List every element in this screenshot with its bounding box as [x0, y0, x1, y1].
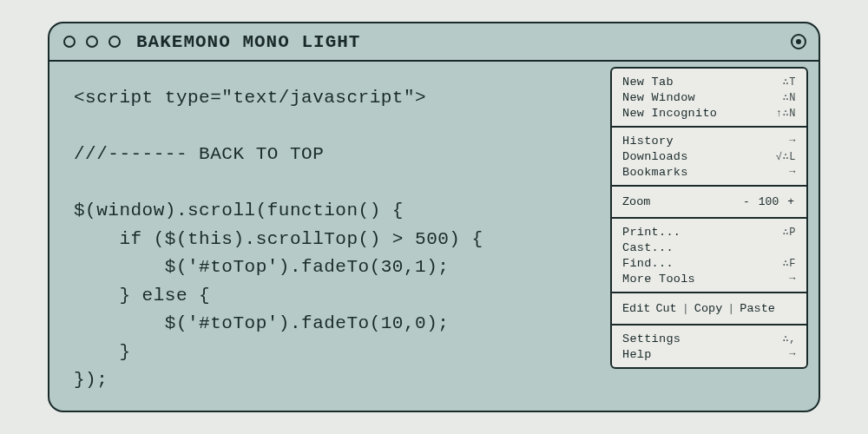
zoom-value: 100	[759, 195, 779, 208]
code-line: ///------- BACK TO TOP	[74, 144, 324, 164]
menu-label: New Incognito	[622, 107, 717, 120]
menu-shortcut: ∴P	[783, 226, 796, 239]
menu-section-tools: Print... ∴P Cast... Find... ∴F More Tool…	[612, 219, 806, 293]
menu-find[interactable]: Find... ∴F	[612, 255, 806, 271]
app-window: BAKEMONO MONO LIGHT <script type="text/j…	[48, 22, 820, 412]
code-line: }	[74, 342, 131, 362]
code-line: $(window).scroll(function() {	[74, 201, 404, 220]
zoom-control: Zoom - 100 +	[612, 192, 806, 212]
menu-shortcut: ∴N	[783, 91, 796, 104]
menu-shortcut: ∴,	[783, 332, 796, 345]
menu-settings[interactable]: Settings ∴,	[612, 331, 806, 346]
menu-label: Settings	[622, 332, 681, 345]
menu-new-tab[interactable]: New Tab ∴T	[612, 74, 806, 89]
edit-label: Edit	[622, 302, 650, 315]
edit-cut[interactable]: Cut	[655, 302, 676, 315]
menu-print[interactable]: Print... ∴P	[612, 224, 806, 240]
menu-cast[interactable]: Cast...	[612, 240, 806, 255]
close-icon[interactable]	[63, 36, 76, 48]
menu-section-zoom: Zoom - 100 +	[612, 187, 806, 219]
edit-paste[interactable]: Paste	[740, 302, 775, 315]
menu-section-settings: Settings ∴, Help →	[612, 326, 806, 367]
edit-copy[interactable]: Copy	[694, 302, 722, 315]
menu-label: More Tools	[622, 273, 695, 286]
menu-label: Find...	[622, 257, 674, 270]
minimize-icon[interactable]	[86, 36, 98, 48]
arrow-right-icon: →	[789, 273, 796, 285]
menu-label: History	[622, 135, 674, 148]
menu-shortcut: ∴T	[783, 76, 796, 89]
menu-shortcut: ∴F	[783, 257, 796, 270]
separator: |	[682, 302, 689, 315]
menu-label: Bookmarks	[622, 166, 688, 179]
window-title: BAKEMONO MONO LIGHT	[136, 32, 360, 52]
menu-section-edit: Edit Cut | Copy | Paste	[612, 293, 806, 326]
menu-new-window[interactable]: New Window ∴N	[612, 89, 806, 105]
code-line: } else {	[74, 286, 210, 306]
maximize-icon[interactable]	[108, 36, 121, 48]
zoom-label: Zoom	[622, 195, 650, 208]
menu-label: Print...	[622, 226, 681, 239]
menu-label: New Window	[622, 91, 695, 104]
menu-downloads[interactable]: Downloads √∴L	[612, 148, 806, 164]
menu-label: New Tab	[622, 76, 674, 89]
menu-shortcut: ↑∴N	[776, 107, 796, 120]
menu-more-tools[interactable]: More Tools →	[612, 271, 806, 286]
traffic-lights	[63, 36, 121, 48]
arrow-right-icon: →	[789, 348, 796, 360]
code-line: $('#toTop').fadeTo(30,1);	[74, 257, 449, 277]
menu-section-nav: History → Downloads √∴L Bookmarks →	[612, 128, 806, 187]
code-line: if ($(this).scrollTop() > 500) {	[74, 229, 483, 249]
titlebar: BAKEMONO MONO LIGHT	[49, 23, 819, 62]
menu-new-incognito[interactable]: New Incognito ↑∴N	[612, 105, 806, 121]
menu-help[interactable]: Help →	[612, 346, 806, 362]
menu-label: Downloads	[622, 150, 688, 163]
zoom-in-button[interactable]: +	[786, 195, 796, 208]
menu-history[interactable]: History →	[612, 133, 806, 148]
zoom-out-button[interactable]: -	[741, 195, 752, 208]
menu-label: Cast...	[622, 241, 674, 254]
menu-section-new: New Tab ∴T New Window ∴N New Incognito ↑…	[612, 69, 806, 128]
target-icon[interactable]	[791, 34, 806, 49]
menu-label: Help	[622, 348, 652, 361]
context-menu: New Tab ∴T New Window ∴N New Incognito ↑…	[610, 67, 808, 369]
code-line: <script type="text/javascript">	[74, 88, 426, 108]
menu-bookmarks[interactable]: Bookmarks →	[612, 164, 806, 180]
code-line: });	[74, 370, 108, 390]
arrow-right-icon: →	[789, 135, 796, 147]
menu-shortcut: √∴L	[776, 150, 796, 163]
arrow-right-icon: →	[789, 166, 796, 178]
separator: |	[727, 302, 734, 315]
code-line: $('#toTop').fadeTo(10,0);	[74, 313, 449, 333]
